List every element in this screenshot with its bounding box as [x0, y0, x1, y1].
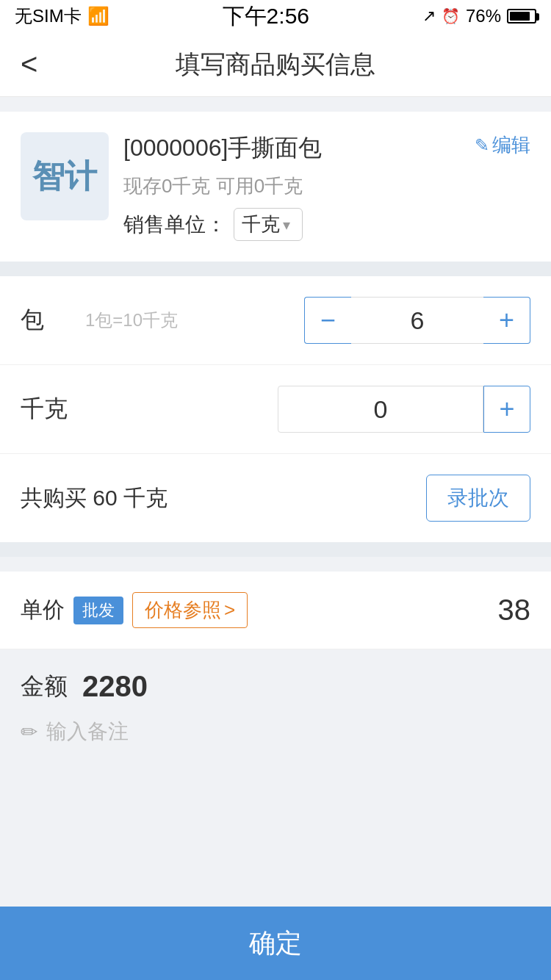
unit-dropdown-arrow: ▾	[283, 216, 290, 234]
price-ref-arrow: >	[224, 599, 235, 621]
edit-icon: ✎	[475, 135, 489, 156]
bag-minus-button[interactable]: −	[304, 297, 351, 344]
bag-row: 包 1包=10千克 − +	[0, 276, 551, 365]
back-button[interactable]: <	[21, 48, 37, 81]
price-ref-label: 价格参照	[145, 597, 221, 623]
battery-icon	[507, 9, 536, 24]
price-label: 单价	[21, 595, 65, 625]
remark-row[interactable]: ✏ 输入备注	[21, 718, 530, 746]
alarm-icon: ⏰	[442, 7, 460, 25]
status-left: 无SIM卡 📶	[15, 4, 109, 28]
price-ref-button[interactable]: 价格参照 >	[132, 592, 248, 628]
kg-qty-control: +	[278, 386, 530, 433]
summary-text: 共购买 60 千克	[21, 483, 168, 514]
status-right: ↗ ⏰ 76%	[422, 6, 536, 26]
bag-qty-control: − +	[304, 297, 530, 344]
kg-qty-input[interactable]	[278, 386, 483, 433]
bag-label: 包	[21, 304, 79, 336]
status-time: 下午2:56	[223, 1, 309, 32]
carrier-label: 无SIM卡	[15, 4, 82, 28]
edit-label: 编辑	[492, 132, 530, 158]
price-value: 38	[498, 594, 531, 627]
summary-row: 共购买 60 千克 录批次	[0, 454, 551, 542]
product-info: [0000006]手撕面包 现存0千克 可用0千克 销售单位： 千克 ▾	[123, 132, 530, 241]
battery-percent: 76%	[466, 6, 501, 26]
pencil-icon: ✏	[21, 720, 37, 744]
price-section: 单价 批发 价格参照 > 38	[0, 572, 551, 649]
remark-placeholder: 输入备注	[46, 718, 129, 746]
price-row: 单价 批发 价格参照 > 38	[0, 572, 551, 649]
unit-label: 销售单位：	[123, 211, 226, 239]
product-unit-row: 销售单位： 千克 ▾	[123, 208, 530, 241]
unit-selector[interactable]: 千克 ▾	[234, 208, 303, 241]
separator-2	[0, 542, 551, 557]
status-bar: 无SIM卡 📶 下午2:56 ↗ ⏰ 76%	[0, 0, 551, 32]
bag-qty-input[interactable]	[351, 297, 483, 344]
product-card: 智计 [0000006]手撕面包 现存0千克 可用0千克 销售单位： 千克 ▾ …	[0, 112, 551, 262]
kg-row: 千克 +	[0, 365, 551, 454]
price-badge: 批发	[73, 597, 123, 624]
product-logo: 智计	[32, 155, 97, 198]
product-name: [0000006]手撕面包	[123, 132, 530, 165]
wifi-icon: 📶	[87, 6, 109, 26]
quantity-section: 包 1包=10千克 − + 千克 +	[0, 276, 551, 454]
kg-plus-button[interactable]: +	[483, 386, 530, 433]
bag-plus-button[interactable]: +	[483, 297, 530, 344]
bag-hint: 1包=10千克	[85, 309, 304, 332]
amount-row: 金额 2280	[21, 670, 530, 703]
unit-value: 千克	[242, 212, 280, 237]
product-thumbnail: 智计	[21, 132, 109, 220]
product-stock: 现存0千克 可用0千克	[123, 173, 530, 199]
separator-1	[0, 262, 551, 276]
amount-section: 金额 2280 ✏ 输入备注	[0, 649, 551, 757]
amount-value: 2280	[82, 670, 148, 703]
nav-bar: < 填写商品购买信息	[0, 32, 551, 97]
page-title: 填写商品购买信息	[176, 48, 375, 82]
amount-label: 金额	[21, 671, 68, 703]
confirm-button[interactable]: 确定	[0, 907, 551, 980]
edit-button[interactable]: ✎ 编辑	[475, 132, 530, 158]
kg-label: 千克	[21, 393, 79, 425]
location-icon: ↗	[422, 7, 436, 26]
batch-button[interactable]: 录批次	[426, 475, 530, 522]
